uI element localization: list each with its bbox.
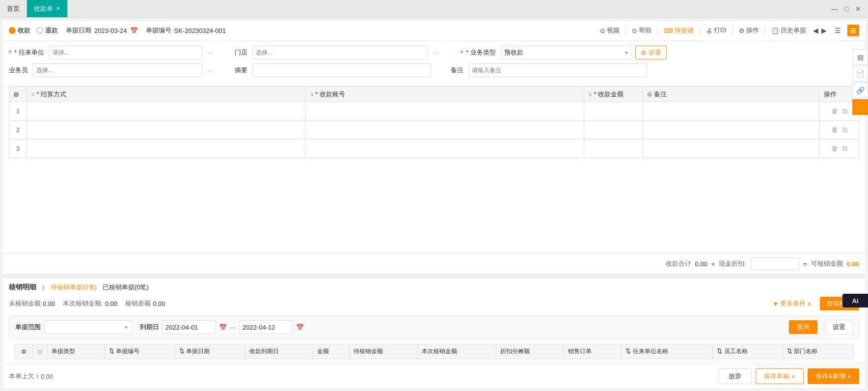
store-more-btn[interactable]: ··· <box>431 49 441 56</box>
row-1-settlement[interactable] <box>27 102 306 121</box>
bill-date-cal-icon[interactable]: 📅 <box>130 27 138 34</box>
filter-more-btn[interactable]: ▼ 更多条件 ∧ <box>772 299 812 308</box>
ai-badge[interactable]: Ai <box>842 294 868 307</box>
current-value: 0.00 <box>105 300 117 307</box>
total-value: 0.00 <box>695 260 707 268</box>
biz-star: * <box>461 49 463 56</box>
counterparty-input[interactable] <box>49 46 203 59</box>
query-btn[interactable]: 查询 <box>789 320 817 334</box>
ops-btn[interactable]: ⚙ 操作 <box>737 25 761 36</box>
col-amount: ⇅ * 收款金额 <box>584 87 643 102</box>
help-btn[interactable]: ⊙ 帮助 <box>630 25 653 36</box>
row-3-settlement[interactable] <box>27 140 306 158</box>
filter-up-icon: ∧ <box>807 300 812 307</box>
right-panel-table-icon[interactable]: ▤ <box>852 49 868 65</box>
writeoff-table: ⚙ □ 单据类型 ⇅ 单据编号 ⇅ 单据日期 收款到期日 金额 待核销金额 本次… <box>15 344 853 359</box>
right-panel-doc-icon[interactable]: 📄 <box>852 66 868 82</box>
section-divider <box>3 274 865 278</box>
history-label: 历史单据 <box>781 26 806 35</box>
row-3-amount[interactable] <box>584 140 643 158</box>
table-gear-header[interactable]: ⚙ <box>9 87 27 102</box>
bt-col-type: 单据类型 <box>48 344 105 359</box>
current-stat: 本次核销金额: 0.00 <box>63 299 117 308</box>
salesperson-more-btn[interactable]: ··· <box>205 66 215 74</box>
history-btn[interactable]: 📋 历史单据 <box>769 25 808 36</box>
right-panel-expand-icon[interactable]: ⬚ <box>852 99 868 115</box>
shortcut-btn[interactable]: ⌨ 快捷键 <box>662 25 696 36</box>
equals-sign: = <box>803 260 807 268</box>
tab-close-icon[interactable]: ✕ <box>56 5 60 12</box>
counterparty-more-btn[interactable]: ··· <box>205 49 215 56</box>
bill-no-value: SK-20230324-001 <box>174 27 226 34</box>
view-list-btn[interactable]: ☰ <box>832 25 843 36</box>
writeoff-info-icon[interactable]: ℹ <box>42 284 45 291</box>
date-end-input[interactable]: 2022-04-12 <box>239 320 293 334</box>
row-2-account[interactable] <box>305 121 584 140</box>
date-end-value: 2022-04-12 <box>243 324 275 331</box>
radio-refund[interactable]: 退款 <box>36 26 58 35</box>
radio-receipt[interactable]: 收款 <box>9 26 30 35</box>
print-btn[interactable]: 🖨 打印 <box>704 25 729 36</box>
row-2-settlement[interactable] <box>27 121 306 140</box>
footer-info: 本单上欠 ℹ 0.00 <box>9 372 53 381</box>
toolbar-right: ⊙ 视频 ⊙ 帮助 ⌨ 快捷键 🖨 打印 ⚙ 操作 <box>598 25 859 36</box>
tab-receipt[interactable]: 收款单 ✕ <box>27 0 68 17</box>
done-tab[interactable]: 已核销单据(0笔) <box>103 283 149 292</box>
row-2-delete-icon[interactable]: 🗑 <box>830 126 840 134</box>
draft-btn[interactable]: 保存草稿 ∧ <box>756 368 804 384</box>
footer-info-label: 本单上欠 <box>9 372 34 381</box>
biz-select[interactable]: 预收款 ▼ <box>501 46 632 59</box>
pending-tab[interactable]: 待核销单据(0笔) <box>51 283 97 292</box>
row-3-copy-icon[interactable]: ⧉ <box>841 144 849 152</box>
row-2-amount[interactable] <box>584 121 643 140</box>
divider4 <box>732 27 733 34</box>
row-1-amount[interactable] <box>584 102 643 121</box>
bt-sort-staff: ⇅ <box>717 347 722 355</box>
date-end-cal-icon[interactable]: 📅 <box>296 324 304 331</box>
row-1-note[interactable] <box>643 102 820 121</box>
date-start-cal-icon[interactable]: 📅 <box>219 324 227 331</box>
row-1-delete-icon[interactable]: 🗑 <box>830 107 840 115</box>
salesperson-input[interactable] <box>33 63 202 77</box>
save-btn[interactable]: 保存&新增 ∧ <box>808 368 859 384</box>
store-input[interactable] <box>252 46 428 59</box>
bt-col-pending: 待核销金额 <box>349 344 417 359</box>
video-btn[interactable]: ⊙ 视频 <box>598 25 622 36</box>
note-input[interactable] <box>468 63 647 77</box>
row-2-copy-icon[interactable]: ⧉ <box>841 126 849 134</box>
range-field: 单据范围 ▼ <box>15 320 132 334</box>
nav-prev[interactable]: ◀ <box>812 27 819 34</box>
row-2-note[interactable] <box>643 121 820 140</box>
minimize-btn[interactable]: — <box>831 5 839 13</box>
settings-button[interactable]: ⚙ 设置 <box>635 46 667 59</box>
row-3-account[interactable] <box>305 140 584 158</box>
bt-col-check[interactable]: □ <box>33 344 48 359</box>
view-grid-btn[interactable]: ⊞ <box>847 25 859 36</box>
biz-label: * 业务类型 <box>466 48 496 57</box>
divider2 <box>657 27 658 34</box>
tab-home[interactable]: 首页 <box>0 0 27 17</box>
row-1-copy-icon[interactable]: ⧉ <box>841 107 849 115</box>
close-btn[interactable]: ✕ <box>854 5 862 13</box>
biz-value: 预收款 <box>504 48 523 57</box>
nav-next[interactable]: ▶ <box>820 27 828 34</box>
row-1-account[interactable] <box>305 102 584 121</box>
table-row: 2 🗑 ⧉ <box>9 121 859 140</box>
row-2-num: 2 <box>9 121 27 140</box>
date-start-input[interactable]: 2022-04-01 <box>162 320 216 334</box>
right-panel-link-icon[interactable]: 🔗 <box>852 83 868 98</box>
filter-settings-btn[interactable]: 设置 <box>825 320 853 335</box>
total-label: 收款合计 <box>666 259 691 268</box>
range-label: 单据范围 <box>15 323 41 332</box>
row-3-delete-icon[interactable]: 🗑 <box>830 144 840 152</box>
main-content: 收款 退款 单据日期 2023-03-24 📅 单据编号 SK-20230324… <box>3 21 865 388</box>
abandon-btn[interactable]: 放弃 <box>718 368 752 384</box>
summary-input[interactable] <box>252 63 431 77</box>
col-account: ⇅ * 收款账号 <box>305 87 584 102</box>
cash-discount-input[interactable] <box>750 257 799 270</box>
range-select[interactable]: ▼ <box>44 320 132 334</box>
settings-label: 设置 <box>649 48 661 57</box>
maximize-btn[interactable]: □ <box>842 5 850 13</box>
row-3-note[interactable] <box>643 140 820 158</box>
bt-col-gear[interactable]: ⚙ <box>15 344 33 359</box>
